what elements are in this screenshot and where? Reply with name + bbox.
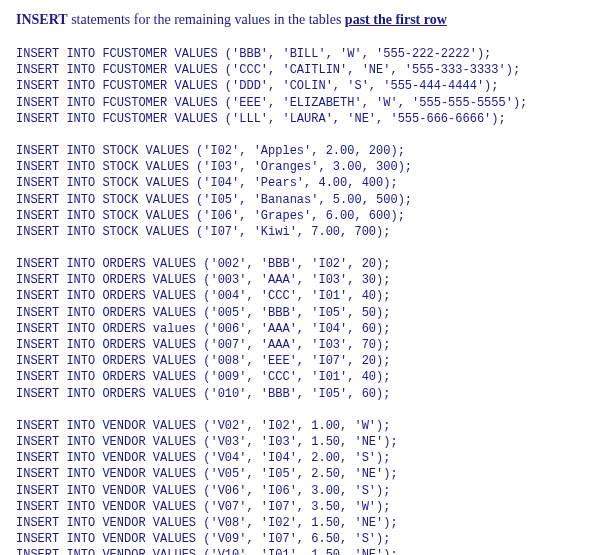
orders-block: INSERT INTO ORDERS VALUES ('002', 'BBB',…	[16, 256, 585, 402]
heading-keyword: INSERT	[16, 12, 68, 27]
sql-statement: INSERT INTO ORDERS values ('006', 'AAA',…	[16, 321, 585, 337]
sql-statement: INSERT INTO STOCK VALUES ('I02', 'Apples…	[16, 143, 585, 159]
sql-statement: INSERT INTO STOCK VALUES ('I04', 'Pears'…	[16, 175, 585, 191]
sql-blocks-container: INSERT INTO FCUSTOMER VALUES ('BBB', 'BI…	[16, 46, 585, 555]
heading-underline: past the first row	[345, 12, 447, 27]
sql-statement: INSERT INTO ORDERS VALUES ('004', 'CCC',…	[16, 288, 585, 304]
sql-statement: INSERT INTO VENDOR VALUES ('V03', 'I03',…	[16, 434, 585, 450]
sql-statement: INSERT INTO ORDERS VALUES ('005', 'BBB',…	[16, 305, 585, 321]
sql-statement: INSERT INTO VENDOR VALUES ('V09', 'I07',…	[16, 531, 585, 547]
sql-statement: INSERT INTO ORDERS VALUES ('003', 'AAA',…	[16, 272, 585, 288]
fcustomer-block: INSERT INTO FCUSTOMER VALUES ('BBB', 'BI…	[16, 46, 585, 127]
sql-statement: INSERT INTO VENDOR VALUES ('V04', 'I04',…	[16, 450, 585, 466]
sql-statement: INSERT INTO STOCK VALUES ('I06', 'Grapes…	[16, 208, 585, 224]
sql-statement: INSERT INTO ORDERS VALUES ('002', 'BBB',…	[16, 256, 585, 272]
sql-statement: INSERT INTO ORDERS VALUES ('010', 'BBB',…	[16, 386, 585, 402]
heading-mid: statements for the remaining values in t…	[68, 12, 345, 27]
sql-statement: INSERT INTO STOCK VALUES ('I07', 'Kiwi',…	[16, 224, 585, 240]
sql-statement: INSERT INTO VENDOR VALUES ('V06', 'I06',…	[16, 483, 585, 499]
sql-statement: INSERT INTO FCUSTOMER VALUES ('BBB', 'BI…	[16, 46, 585, 62]
sql-statement: INSERT INTO VENDOR VALUES ('V10', 'I01',…	[16, 547, 585, 555]
sql-statement: INSERT INTO STOCK VALUES ('I03', 'Orange…	[16, 159, 585, 175]
sql-statement: INSERT INTO FCUSTOMER VALUES ('LLL', 'LA…	[16, 111, 585, 127]
sql-statement: INSERT INTO ORDERS VALUES ('007', 'AAA',…	[16, 337, 585, 353]
sql-statement: INSERT INTO STOCK VALUES ('I05', 'Banana…	[16, 192, 585, 208]
sql-statement: INSERT INTO FCUSTOMER VALUES ('CCC', 'CA…	[16, 62, 585, 78]
sql-statement: INSERT INTO ORDERS VALUES ('008', 'EEE',…	[16, 353, 585, 369]
sql-statement: INSERT INTO VENDOR VALUES ('V08', 'I02',…	[16, 515, 585, 531]
sql-statement: INSERT INTO VENDOR VALUES ('V02', 'I02',…	[16, 418, 585, 434]
sql-statement: INSERT INTO FCUSTOMER VALUES ('EEE', 'EL…	[16, 95, 585, 111]
sql-statement: INSERT INTO FCUSTOMER VALUES ('DDD', 'CO…	[16, 78, 585, 94]
vendor-block: INSERT INTO VENDOR VALUES ('V02', 'I02',…	[16, 418, 585, 555]
sql-statement: INSERT INTO VENDOR VALUES ('V07', 'I07',…	[16, 499, 585, 515]
sql-statement: INSERT INTO VENDOR VALUES ('V05', 'I05',…	[16, 466, 585, 482]
stock-block: INSERT INTO STOCK VALUES ('I02', 'Apples…	[16, 143, 585, 240]
document-heading: INSERT statements for the remaining valu…	[16, 12, 585, 28]
sql-statement: INSERT INTO ORDERS VALUES ('009', 'CCC',…	[16, 369, 585, 385]
